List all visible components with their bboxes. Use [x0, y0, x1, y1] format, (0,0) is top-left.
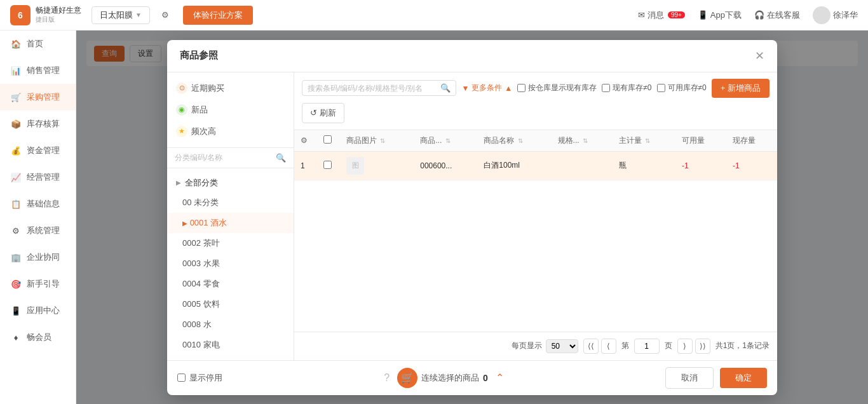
- message-icon: ✉: [638, 10, 645, 20]
- sidebar-item-enterprise[interactable]: 🏢 企业协同: [0, 244, 76, 271]
- modal-header: 商品参照 ✕: [167, 40, 777, 72]
- goods-search-input[interactable]: [308, 84, 438, 93]
- show-disabled-checkbox[interactable]: [177, 374, 186, 382]
- top-nav: 6 畅捷通好生意 捷目版 日太阳膜 ▼ ⚙ 体验行业方案 ✉ 消息 99+ 📱 …: [0, 0, 868, 30]
- tab-new[interactable]: ◉ 新品: [167, 99, 294, 121]
- cart-count: 0: [483, 373, 488, 383]
- username: 徐泽华: [833, 10, 858, 21]
- collapse-icon[interactable]: ⌃: [496, 372, 504, 384]
- category-00[interactable]: 00 未分类: [167, 192, 294, 213]
- category-0002[interactable]: 0002 茶叶: [167, 233, 294, 253]
- sidebar-item-guide[interactable]: 🎯 新手引导: [0, 271, 76, 297]
- filter-arrow-icon: ▲: [505, 84, 512, 93]
- sidebar-item-inventory[interactable]: 📦 库存核算: [0, 111, 76, 137]
- sidebar-item-sales[interactable]: 📊 销售管理: [0, 57, 76, 84]
- category-0003-label: 0003 水果: [182, 259, 220, 268]
- page-next-btn[interactable]: ⟩: [677, 339, 693, 354]
- category-search-input[interactable]: [175, 153, 272, 162]
- select-all-checkbox[interactable]: [323, 135, 332, 144]
- checkbox-warehouse-label: 按仓库显示现有库存: [528, 83, 597, 93]
- checkbox-available[interactable]: [657, 84, 665, 92]
- refresh-btn[interactable]: ↺ 刷新: [302, 103, 344, 123]
- col-checkbox: [317, 130, 340, 152]
- col-name-sort-icon: ⇅: [518, 137, 523, 144]
- category-0010[interactable]: 0010 家电: [167, 335, 294, 355]
- checkbox-warehouse[interactable]: [517, 84, 526, 92]
- category-search-icon[interactable]: 🔍: [276, 153, 286, 163]
- category-0004[interactable]: 0004 零食: [167, 274, 294, 294]
- user-menu[interactable]: 徐泽华: [813, 6, 858, 24]
- tab-frequent[interactable]: ★ 频次高: [167, 121, 294, 142]
- col-image-label: 商品图片: [346, 136, 377, 145]
- main-content: 查询 设置 商品参照 ✕ ⊙: [76, 30, 868, 404]
- logo-icon: 6: [10, 5, 31, 25]
- app-download-btn[interactable]: 📱 App下载: [698, 10, 742, 21]
- per-page-select[interactable]: 50 10 20 100: [546, 339, 578, 353]
- experience-btn[interactable]: 体验行业方案: [183, 6, 253, 25]
- search-magnify-icon[interactable]: 🔍: [440, 83, 451, 93]
- sidebar-item-basic[interactable]: 📋 基础信息: [0, 191, 76, 217]
- category-0005[interactable]: 0005 饮料: [167, 294, 294, 314]
- online-service-btn[interactable]: 🎧 在线客服: [754, 10, 800, 21]
- show-disabled-wrap[interactable]: 显示停用: [177, 372, 222, 384]
- cell-image: 图: [340, 151, 414, 180]
- cart-icon[interactable]: 🛒: [397, 368, 417, 388]
- sidebar-item-operation[interactable]: 📈 经营管理: [0, 164, 76, 191]
- checkbox-warehouse-wrap[interactable]: 按仓库显示现有库存: [517, 83, 597, 93]
- checkbox-existing-wrap[interactable]: 现有库存≠0: [602, 83, 651, 93]
- sidebar-item-home[interactable]: 🏠 首页: [0, 30, 76, 57]
- system-icon: ⚙: [10, 225, 22, 236]
- confirm-btn[interactable]: 确定: [720, 368, 767, 388]
- sidebar-item-purchase[interactable]: 🛒 采购管理: [0, 84, 76, 111]
- page-first-btn[interactable]: ⟨⟨: [583, 339, 599, 354]
- online-service-label: 在线客服: [767, 10, 800, 21]
- sidebar-item-finance[interactable]: 💰 资金管理: [0, 137, 76, 164]
- category-0001[interactable]: ▶ 0001 酒水: [167, 213, 294, 233]
- filter-more-btn[interactable]: ▼ 更多条件 ▲: [461, 83, 512, 93]
- category-0008[interactable]: 0008 水: [167, 314, 294, 335]
- sidebar-item-system[interactable]: ⚙ 系统管理: [0, 217, 76, 244]
- checkbox-existing[interactable]: [602, 84, 610, 92]
- cell-available: -1: [675, 151, 726, 180]
- category-all[interactable]: ▶ 全部分类: [167, 173, 294, 192]
- col-code: 商品... ⇅: [414, 130, 477, 152]
- apps-icon: 📱: [10, 305, 22, 316]
- settings-icon[interactable]: ⚙: [155, 5, 175, 25]
- col-image: 商品图片 ⇅: [340, 130, 414, 152]
- category-0010-label: 0010 家电: [182, 340, 220, 349]
- finance-icon: 💰: [10, 145, 22, 156]
- col-spec-label: 规格...: [558, 136, 580, 145]
- store-arrow-icon: ▼: [135, 11, 142, 18]
- table-settings-icon[interactable]: ⚙: [301, 136, 308, 145]
- checkbox-available-wrap[interactable]: 可用库存≠0: [657, 83, 707, 93]
- category-0003[interactable]: 0003 水果: [167, 253, 294, 274]
- filter-more-label: 更多条件: [471, 83, 502, 93]
- sidebar-item-member[interactable]: ♦ 畅会员: [0, 324, 76, 351]
- cell-name: 白酒100ml: [477, 151, 551, 180]
- page-input[interactable]: [634, 339, 660, 354]
- cancel-btn[interactable]: 取消: [665, 367, 714, 389]
- help-icon[interactable]: ?: [384, 372, 390, 384]
- row-checkbox[interactable]: [323, 161, 332, 169]
- footer-center: ? 🛒 连续选择的商品 0 ⌃: [229, 368, 659, 388]
- message-btn[interactable]: ✉ 消息 99+: [638, 10, 685, 21]
- home-icon: 🏠: [10, 38, 22, 50]
- pagination: 每页显示 50 10 20 100 ⟨⟨ ⟨: [294, 332, 777, 360]
- col-code-sort-icon: ⇅: [445, 137, 451, 144]
- sidebar-label-apps: 应用中心: [27, 305, 60, 316]
- page-prev-btn[interactable]: ⟨: [601, 339, 616, 354]
- tab-recent-label: 近期购买: [191, 83, 224, 94]
- store-selector[interactable]: 日太阳膜 ▼: [92, 6, 150, 24]
- table-row[interactable]: 1 图 000600... 白酒100ml: [294, 151, 777, 180]
- category-00-label: 00 未分类: [182, 198, 219, 207]
- show-disabled-label: 显示停用: [189, 372, 222, 384]
- sidebar-label-guide: 新手引导: [27, 278, 60, 290]
- close-icon[interactable]: ✕: [755, 49, 764, 63]
- col-unit-sort-icon: ⇅: [645, 137, 650, 144]
- sidebar-item-apps[interactable]: 📱 应用中心: [0, 297, 76, 324]
- tab-recent[interactable]: ⊙ 近期购买: [167, 77, 294, 99]
- add-goods-btn[interactable]: + 新增商品: [712, 79, 770, 98]
- cell-checkbox: [317, 151, 340, 180]
- page-last-btn[interactable]: ⟩⟩: [695, 339, 710, 354]
- search-bar: 🔍 ▼ 更多条件 ▲ 按仓库显示现有库存: [294, 72, 777, 130]
